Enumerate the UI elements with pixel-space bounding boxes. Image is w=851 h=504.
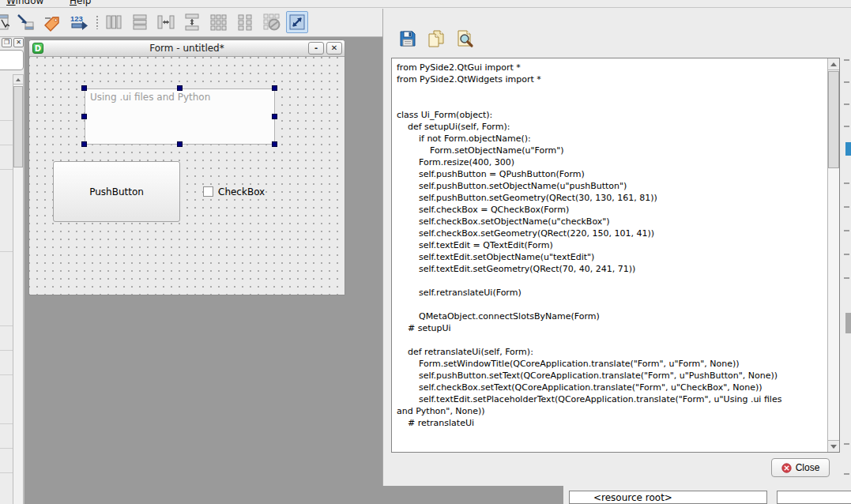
widget-category-divider: [0, 169, 13, 170]
edit-buddies-icon[interactable]: [41, 11, 63, 33]
resource-tree[interactable]: <resource root>: [569, 491, 767, 504]
dock-float-icon[interactable]: ❐: [2, 38, 12, 47]
lay-out-vertically-icon[interactable]: [129, 11, 151, 33]
selection-handle[interactable]: [81, 114, 87, 119]
pushbutton-widget[interactable]: PushButton: [53, 161, 180, 222]
selection-handle[interactable]: [177, 85, 183, 91]
selection-handle[interactable]: [272, 85, 277, 91]
resource-list[interactable]: [777, 491, 851, 504]
widget-category-divider: [0, 325, 13, 326]
resource-browser-panel: <resource root>: [563, 486, 851, 504]
lay-out-horizontally-in-splitter-icon[interactable]: [155, 11, 177, 33]
right-panel-fragment: [841, 9, 851, 504]
scroll-up-icon[interactable]: [828, 58, 839, 70]
form-window-title: Form - untitled*: [149, 43, 224, 54]
panel-fragment-mark: [844, 277, 849, 279]
save-icon[interactable]: [397, 29, 418, 50]
panel-fragment-mark: [844, 230, 849, 231]
toolbar-separator: [96, 15, 98, 29]
menu-bar: WWindowindow Help: [0, 0, 851, 8]
code-dialog-toolbar: [397, 29, 475, 50]
close-circle-icon: [781, 463, 792, 473]
menu-help[interactable]: Help: [70, 0, 91, 6]
lay-out-in-grid-icon[interactable]: [207, 11, 229, 33]
adjust-size-icon[interactable]: [286, 11, 308, 33]
panel-fragment-mark: [844, 206, 849, 208]
lay-out-in-form-layout-icon[interactable]: [234, 11, 256, 33]
scroll-up-icon[interactable]: [13, 75, 23, 85]
widget-filter-input[interactable]: [0, 50, 24, 70]
panel-fragment-mark: [844, 443, 849, 445]
code-preview-dialog: from PySide2.QtGui import * from PySide2…: [382, 9, 841, 486]
lay-out-vertically-in-splitter-icon[interactable]: [181, 11, 203, 33]
panel-fragment-mark: [844, 254, 849, 255]
panel-fragment-mark: [844, 81, 849, 83]
form-window-titlebar[interactable]: D Form - untitled* - ✕: [29, 40, 345, 57]
lay-out-horizontally-icon[interactable]: [103, 11, 125, 33]
mdi-area: D Form - untitled* - ✕ Using .ui files a…: [24, 37, 382, 504]
form-canvas[interactable]: Using .ui files and Python PushButton Ch…: [29, 57, 345, 295]
panel-fragment-mark: [844, 59, 849, 61]
copy-icon[interactable]: [426, 29, 446, 50]
selected-row-fragment: [845, 142, 851, 156]
widget-category-divider: [0, 472, 13, 473]
minimize-icon[interactable]: -: [308, 42, 324, 55]
widget-category-divider: [0, 374, 13, 375]
code-text[interactable]: from PySide2.QtGui import * from PySide2…: [392, 58, 839, 429]
break-layout-icon[interactable]: [261, 11, 283, 33]
checkbox-label: CheckBox: [218, 186, 265, 197]
widget-category-divider: [0, 423, 13, 424]
close-button-label: Close: [796, 462, 820, 473]
menu-window[interactable]: WWindowindow: [6, 0, 43, 6]
resource-root-item[interactable]: <resource root>: [593, 492, 672, 503]
widget-box-panel: ❐ ✕: [0, 37, 24, 504]
panel-fragment-mark: [844, 182, 849, 184]
close-icon[interactable]: ✕: [326, 42, 342, 55]
code-scrollbar[interactable]: [827, 58, 839, 452]
widget-category-divider: [0, 251, 13, 252]
form-editor-window[interactable]: D Form - untitled* - ✕ Using .ui files a…: [28, 39, 345, 295]
scrollbar-thumb[interactable]: [13, 86, 23, 167]
edit-signals-slots-icon[interactable]: [14, 11, 36, 33]
mdi-area-bottom: [382, 486, 563, 504]
checkbox-indicator[interactable]: [203, 186, 213, 197]
panel-fragment-mark: [844, 473, 849, 475]
selection-handle[interactable]: [81, 85, 87, 91]
designer-form-icon: D: [32, 43, 43, 54]
close-button[interactable]: Close: [771, 458, 830, 477]
code-editor[interactable]: from PySide2.QtGui import * from PySide2…: [391, 58, 840, 453]
preview-icon[interactable]: [454, 29, 475, 50]
widget-category-divider: [0, 120, 13, 121]
toolbar: 123: [0, 9, 382, 37]
widget-category-divider: [0, 350, 13, 351]
scrollbar-fragment: [845, 313, 851, 333]
qt-designer-screen: WWindowindow Help 123: [0, 0, 851, 504]
textedit-widget[interactable]: Using .ui files and Python: [85, 88, 275, 145]
edit-widgets-icon[interactable]: [0, 11, 11, 33]
dock-close-icon[interactable]: ✕: [13, 38, 24, 47]
scrollbar-thumb[interactable]: [828, 71, 839, 168]
widget-category-divider: [0, 145, 13, 145]
selection-handle[interactable]: [272, 114, 277, 119]
checkbox-widget[interactable]: CheckBox: [203, 175, 283, 208]
selection-handle[interactable]: [272, 141, 277, 147]
edit-tab-order-icon[interactable]: 123: [68, 11, 90, 33]
selection-handle[interactable]: [177, 141, 183, 147]
panel-fragment-mark: [844, 103, 849, 105]
selection-handle[interactable]: [81, 141, 87, 147]
widget-category-divider: [0, 448, 13, 449]
widget-box-scrollbar[interactable]: [13, 74, 24, 504]
scroll-down-icon[interactable]: [828, 440, 839, 452]
svg-text:123: 123: [70, 14, 83, 23]
panel-fragment-mark: [844, 126, 849, 127]
